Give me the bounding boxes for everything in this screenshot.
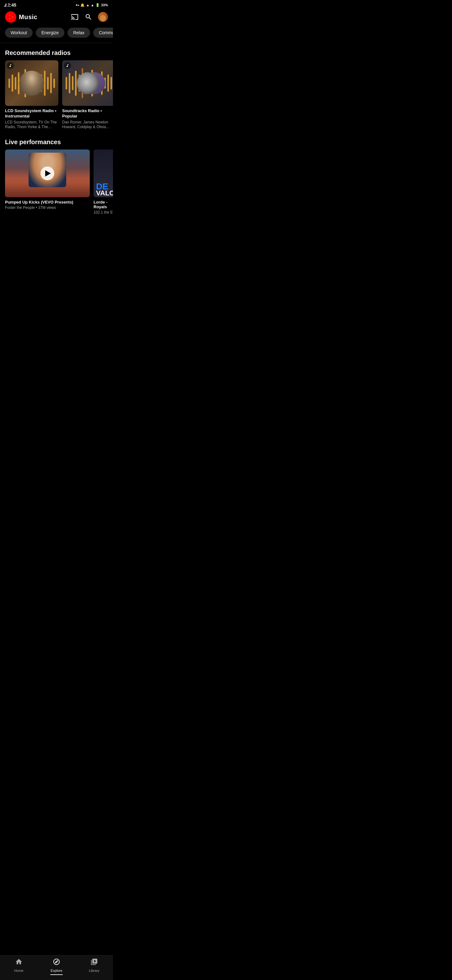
bottom-padding xyxy=(0,218,113,243)
app-header: Music xyxy=(0,9,113,26)
search-button[interactable] xyxy=(84,13,93,21)
filter-chips-container: Workout Energize Relax Commute Fo… xyxy=(0,26,113,41)
app-name: Music xyxy=(19,14,37,21)
valo-text: VALO xyxy=(96,190,113,197)
chip-energize[interactable]: Energize xyxy=(36,28,64,38)
radio-info-soundtracks: Soundtracks Radio • Popular Dan Romer, J… xyxy=(62,106,113,131)
key-icon: 🗝 xyxy=(76,3,79,7)
radio-info-lcd: LCD Soundsystem Radio • Instrumental LCD… xyxy=(5,106,59,131)
perf-subtitle-lorde: 102.1 the Edge xyxy=(94,210,113,215)
status-icons: 🗝 🔔 ▲ ▲ 🔋 33% xyxy=(76,3,108,7)
radio-cards-container: LCD Soundsystem Radio • Instrumental LCD… xyxy=(0,60,113,131)
mute-icon: 🔔 xyxy=(80,3,85,7)
radio-card-lcd[interactable]: LCD Soundsystem Radio • Instrumental LCD… xyxy=(5,60,59,131)
wave-bar xyxy=(111,77,112,89)
header-actions xyxy=(70,12,108,22)
artist-circle-1 xyxy=(77,72,99,94)
radio-thumb-soundtracks xyxy=(62,60,113,106)
play-button-pumped[interactable] xyxy=(41,167,54,180)
wave-bar xyxy=(12,75,13,92)
perf-title-lorde: Lorde - Royals xyxy=(94,200,113,209)
section-divider xyxy=(0,43,113,43)
wave-bar xyxy=(50,73,52,93)
chip-workout[interactable]: Workout xyxy=(5,28,33,38)
perf-title-pumped: Pumped Up Kicks (VEVO Presents) xyxy=(5,200,90,204)
wave-bar xyxy=(15,77,16,89)
wave-bar xyxy=(107,75,109,92)
live-performances-title: Live performances xyxy=(0,138,113,150)
battery-percent: 33% xyxy=(101,3,108,7)
wifi-icon: ▲ xyxy=(86,3,89,7)
play-triangle xyxy=(45,170,51,177)
chip-commute[interactable]: Commute xyxy=(93,28,113,38)
radio-card-soundtracks[interactable]: Soundtracks Radio • Popular Dan Romer, J… xyxy=(62,60,113,131)
radio-title-lcd: LCD Soundsystem Radio • Instrumental xyxy=(5,108,59,119)
radio-thumb-lcd xyxy=(5,60,59,106)
perf-thumb-lorde: DE VALO xyxy=(94,150,113,197)
radio-subtitle-soundtracks: Dan Romer, James Newton Howard, Coldplay… xyxy=(62,120,113,130)
status-bar: 12:45 🗝 🔔 ▲ ▲ 🔋 33% xyxy=(0,0,113,9)
wave-bar xyxy=(66,77,67,89)
artist-circle-lcd xyxy=(19,71,44,96)
wave-bar xyxy=(53,78,55,88)
recommended-radios-section: Recommended radios xyxy=(0,44,113,134)
perf-info-pumped: Pumped Up Kicks (VEVO Presents) Foster t… xyxy=(5,197,90,211)
signal-icon: ▲ xyxy=(91,3,94,7)
chip-relax[interactable]: Relax xyxy=(68,28,90,38)
artist-face-lcd xyxy=(19,71,44,96)
wave-bar xyxy=(47,77,49,89)
perf-card-lorde[interactable]: DE VALO Lorde - Royals 102.1 the Edge xyxy=(94,150,113,216)
radio-subtitle-lcd: LCD Soundsystem, TV On The Radio, Thom Y… xyxy=(5,120,59,130)
perf-thumb-pumped xyxy=(5,150,90,197)
radio-play-icon-2 xyxy=(64,62,71,69)
youtube-music-logo xyxy=(5,11,16,22)
radio-play-icon xyxy=(7,62,14,69)
wave-bar xyxy=(69,73,70,93)
radio-title-soundtracks: Soundtracks Radio • Popular xyxy=(62,108,113,119)
svg-point-2 xyxy=(9,15,13,19)
live-performances-section: Live performances Pumped Up Kicks (VEVO … xyxy=(0,134,113,218)
wave-bar xyxy=(8,78,10,88)
cast-button[interactable] xyxy=(70,13,79,21)
perf-info-lorde: Lorde - Royals 102.1 the Edge xyxy=(94,197,113,216)
perf-subtitle-pumped: Foster the People • 37M views xyxy=(5,205,90,210)
perf-card-pumped[interactable]: Pumped Up Kicks (VEVO Presents) Foster t… xyxy=(5,150,90,216)
recommended-radios-title: Recommended radios xyxy=(0,49,113,60)
performance-cards-container: Pumped Up Kicks (VEVO Presents) Foster t… xyxy=(0,150,113,216)
battery-icon: 🔋 xyxy=(95,3,100,7)
logo-area: Music xyxy=(5,11,37,22)
profile-avatar[interactable] xyxy=(98,12,108,22)
wave-bar xyxy=(72,76,73,90)
